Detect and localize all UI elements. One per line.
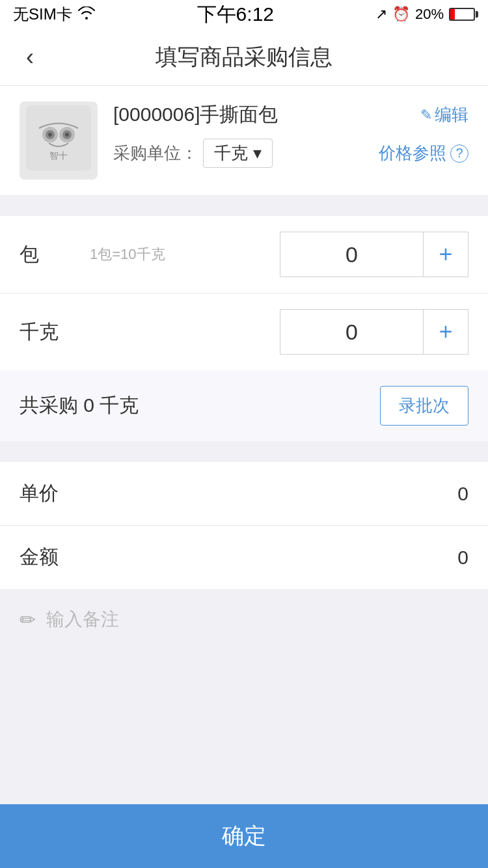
unit-price-row: 单价 0 (0, 462, 488, 526)
svg-point-6 (65, 133, 69, 137)
product-name: [0000006]手撕面包 (113, 102, 278, 128)
kg-input-row: 千克 + (0, 293, 488, 370)
page-title: 填写商品采购信息 (156, 42, 332, 72)
location-icon: ↗ (375, 6, 387, 23)
section-divider-1 (0, 206, 488, 216)
summary-section: 共采购 0 千克 录批次 (0, 370, 488, 441)
status-bar: 无SIM卡 下午6:12 ↗ ⏰ 20% (0, 0, 488, 29)
note-placeholder: 输入备注 (46, 607, 119, 632)
kg-label: 千克 (20, 319, 85, 346)
wifi-icon (77, 5, 96, 23)
edit-button[interactable]: ✎ 编辑 (420, 103, 468, 126)
bao-hint: 1包=10千克 (90, 245, 165, 264)
bao-label: 包 (20, 241, 85, 268)
summary-text: 共采购 0 千克 (20, 392, 380, 419)
note-section[interactable]: ✏ 输入备注 (0, 589, 488, 650)
dropdown-arrow-icon: ▾ (253, 143, 262, 163)
pencil-icon: ✏ (20, 608, 36, 631)
product-logo: 智十 (26, 105, 91, 176)
unit-price-label: 单价 (20, 480, 457, 507)
confirm-bar[interactable]: 确定 (0, 804, 488, 868)
input-section: 包 1包=10千克 + 千克 + (0, 216, 488, 370)
svg-rect-0 (26, 105, 91, 170)
confirm-button-label: 确定 (222, 821, 266, 851)
status-time: 下午6:12 (197, 1, 274, 28)
bao-plus-button[interactable]: + (423, 232, 468, 277)
price-ref-button[interactable]: 价格参照 ? (379, 142, 468, 165)
back-button[interactable]: ‹ (20, 37, 40, 77)
kg-input-group: + (280, 309, 468, 355)
unit-label: 采购单位： (113, 142, 198, 165)
alarm-icon: ⏰ (392, 6, 410, 23)
product-image: 智十 (20, 102, 98, 180)
status-right: ↗ ⏰ 20% (375, 6, 475, 23)
unit-price-value: 0 (457, 483, 468, 505)
bao-input-group: + (280, 232, 468, 277)
product-card: 智十 [0000006]手撕面包 ✎ 编辑 采购单位： 千克 ▾ (0, 86, 488, 195)
section-divider-2 (0, 441, 488, 452)
nav-bar: ‹ 填写商品采购信息 (0, 29, 488, 86)
bao-number-input[interactable] (280, 232, 423, 277)
svg-text:智十: 智十 (49, 150, 68, 161)
amount-label: 金额 (20, 544, 457, 571)
product-header: [0000006]手撕面包 ✎ 编辑 (113, 102, 468, 128)
kg-plus-button[interactable]: + (423, 309, 468, 355)
amount-value: 0 (457, 547, 468, 569)
amount-row: 金额 0 (0, 526, 488, 589)
carrier-label: 无SIM卡 (13, 4, 72, 25)
svg-point-5 (48, 133, 52, 137)
battery-icon (449, 8, 475, 21)
product-info: [0000006]手撕面包 ✎ 编辑 采购单位： 千克 ▾ 价格参照 ? (113, 102, 468, 168)
product-unit-row: 采购单位： 千克 ▾ 价格参照 ? (113, 139, 468, 168)
status-left: 无SIM卡 (13, 4, 96, 25)
unit-select[interactable]: 千克 ▾ (203, 139, 273, 168)
battery-percent: 20% (415, 6, 444, 23)
price-section: 单价 0 金额 0 (0, 462, 488, 589)
batch-button[interactable]: 录批次 (380, 386, 468, 426)
kg-number-input[interactable] (280, 309, 423, 355)
content-area: 智十 [0000006]手撕面包 ✎ 编辑 采购单位： 千克 ▾ (0, 86, 488, 868)
edit-icon: ✎ (420, 107, 432, 124)
help-icon: ? (450, 144, 468, 163)
summary-row: 共采购 0 千克 录批次 (0, 370, 488, 441)
bao-input-row: 包 1包=10千克 + (0, 216, 488, 293)
